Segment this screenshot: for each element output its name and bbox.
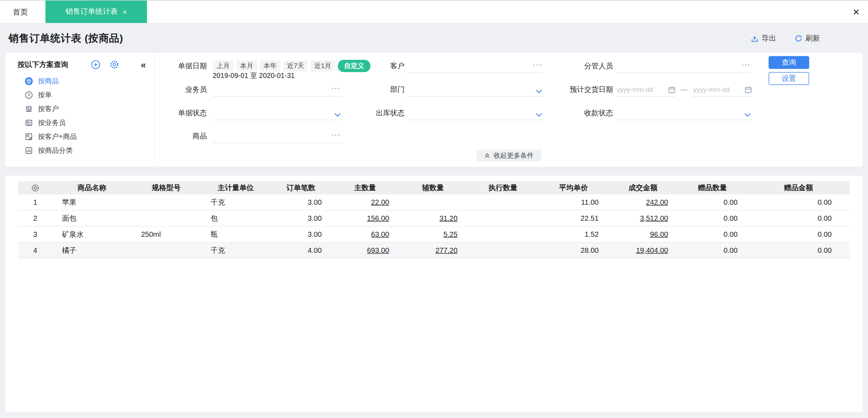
range-this-year[interactable]: 本年 xyxy=(260,61,281,72)
manager-field: ··· xyxy=(616,59,752,73)
column-settings-cell xyxy=(18,181,52,195)
aux-qty-link[interactable]: 277.20 xyxy=(435,246,458,255)
doc-status-select[interactable] xyxy=(213,106,342,120)
aux-qty-link[interactable]: 5.25 xyxy=(444,230,458,239)
delivery-date-end-field xyxy=(692,83,752,97)
table-row: 4 橘子 千克 4.00 693.00 277.20 28.00 19,404.… xyxy=(18,242,850,258)
collapse-up-icon xyxy=(484,152,490,159)
cell-spec xyxy=(131,194,201,210)
cell-product-name: 矿泉水 xyxy=(52,226,131,242)
sidebar-item-by-salesman[interactable]: 按业务员 xyxy=(25,116,155,130)
salesman-field: ··· xyxy=(213,83,342,97)
col-header-avg-price: 平均单价 xyxy=(539,181,608,195)
range-last-month[interactable]: 上月 xyxy=(213,61,234,72)
cell-exec-qty xyxy=(467,242,539,258)
product-label: 商品 xyxy=(155,129,207,143)
doc-status-label: 单据状态 xyxy=(155,106,207,120)
col-header-unit: 主计量单位 xyxy=(201,181,270,195)
customer-input[interactable] xyxy=(407,59,544,73)
col-header-gift-amount: 赠品金额 xyxy=(747,181,850,195)
calendar-icon[interactable] xyxy=(745,86,752,94)
export-button[interactable]: 导出 xyxy=(750,33,776,43)
bar-chart-icon xyxy=(25,146,33,155)
manager-label: 分管人员 xyxy=(524,59,613,73)
main-qty-link[interactable]: 693.00 xyxy=(367,246,389,255)
row-index: 4 xyxy=(18,242,52,258)
chevron-down-icon[interactable] xyxy=(744,113,751,117)
delivery-date-end-input[interactable] xyxy=(692,83,752,96)
calendar-icon[interactable] xyxy=(668,86,676,94)
window-close-icon[interactable]: × xyxy=(853,6,859,17)
cell-amount: 96.00 xyxy=(608,226,678,242)
manager-input[interactable] xyxy=(616,59,752,73)
collapse-more-button[interactable]: 收起更多条件 xyxy=(476,150,541,161)
product-input[interactable] xyxy=(213,129,342,143)
range-this-month[interactable]: 本月 xyxy=(236,61,257,72)
customer-field: ··· xyxy=(407,59,544,73)
delivery-date-start-field xyxy=(616,83,676,97)
cell-order-count: 3.00 xyxy=(270,226,331,242)
header-actions: 导出 刷新 xyxy=(750,33,859,43)
customer-product-icon xyxy=(25,132,33,141)
delivery-date-start-input[interactable] xyxy=(616,83,676,96)
refresh-icon xyxy=(794,34,803,42)
cell-unit: 瓶 xyxy=(201,226,270,242)
result-table: 商品名称 规格型号 主计量单位 订单笔数 主数量 辅数量 执行数量 平均单价 成… xyxy=(18,181,850,259)
sidebar-item-by-product[interactable]: 按商品 xyxy=(25,74,155,88)
payment-status-select[interactable] xyxy=(616,106,752,120)
manager-picker-icon[interactable]: ··· xyxy=(742,59,751,71)
outbound-status-select[interactable] xyxy=(407,106,544,120)
sidebar-item-by-customer-product[interactable]: 按客户+商品 xyxy=(25,130,155,144)
cell-aux-qty: 277.20 xyxy=(399,242,467,258)
product-icon xyxy=(25,77,33,85)
cell-amount: 3,512.00 xyxy=(608,210,678,226)
cell-aux-qty xyxy=(399,194,467,210)
payment-status-field xyxy=(616,106,752,120)
range-last-7-days[interactable]: 近7天 xyxy=(283,61,308,72)
cell-unit: 千克 xyxy=(201,242,270,258)
refresh-button[interactable]: 刷新 xyxy=(794,33,820,43)
amount-link[interactable]: 19,404.00 xyxy=(636,246,668,255)
sidebar-item-label: 按客户 xyxy=(38,104,59,114)
amount-link[interactable]: 96.00 xyxy=(650,230,668,239)
cell-unit: 包 xyxy=(201,210,270,226)
export-icon xyxy=(750,34,759,42)
cell-exec-qty xyxy=(467,194,539,210)
cell-order-count: 4.00 xyxy=(270,242,331,258)
cell-main-qty: 693.00 xyxy=(331,242,399,258)
scheme-list: 按商品 按单 按客户 按业务员 按客户+商品 xyxy=(5,74,155,158)
department-select[interactable] xyxy=(407,83,544,96)
collapse-sidebar-button[interactable]: « xyxy=(141,60,146,69)
cell-gift-qty: 0.00 xyxy=(678,210,747,226)
payment-status-label: 收款状态 xyxy=(524,106,613,120)
amount-link[interactable]: 242.00 xyxy=(646,198,668,207)
tab-close-icon[interactable]: × xyxy=(123,8,127,16)
outbound-status-field xyxy=(407,106,544,120)
cell-order-count: 3.00 xyxy=(270,194,331,210)
amount-link[interactable]: 3,512.00 xyxy=(640,214,668,223)
product-picker-icon[interactable]: ··· xyxy=(332,129,341,141)
department-field xyxy=(407,83,544,97)
column-settings-button[interactable] xyxy=(31,184,40,192)
add-scheme-button[interactable] xyxy=(91,60,100,69)
sidebar-item-label: 按单 xyxy=(38,90,52,100)
aux-qty-link[interactable]: 31.20 xyxy=(439,214,458,223)
delivery-date-range: — xyxy=(616,83,752,97)
refresh-label: 刷新 xyxy=(806,33,820,43)
scheme-settings-button[interactable] xyxy=(109,60,119,69)
main-qty-link[interactable]: 156.00 xyxy=(367,214,389,223)
main-qty-link[interactable]: 22.00 xyxy=(371,198,389,207)
query-button[interactable]: 查询 xyxy=(769,56,809,69)
salesman-input[interactable] xyxy=(213,83,342,96)
cell-gift-qty: 0.00 xyxy=(678,194,747,210)
sidebar-item-by-customer[interactable]: 按客户 xyxy=(25,102,155,116)
tab-home[interactable]: 首页 xyxy=(13,1,28,23)
doc-date-label: 单据日期 xyxy=(155,59,207,73)
sidebar-item-by-category[interactable]: 按商品分类 xyxy=(25,144,155,158)
tab-sales-order-report[interactable]: 销售订单统计表 × xyxy=(46,1,147,23)
sidebar-item-by-order[interactable]: 按单 xyxy=(25,88,155,102)
outbound-status-label: 出库状态 xyxy=(331,106,405,120)
main-qty-link[interactable]: 63.00 xyxy=(371,230,389,239)
col-header-exec-qty: 执行数量 xyxy=(467,181,539,195)
settings-button[interactable]: 设置 xyxy=(769,72,809,85)
